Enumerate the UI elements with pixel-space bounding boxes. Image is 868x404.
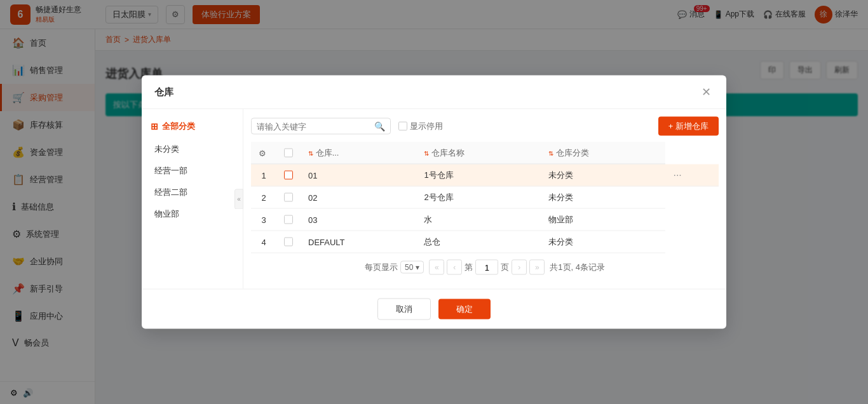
page-size-select: 每页显示 50 ▾ bbox=[365, 261, 424, 274]
pagination: 每页显示 50 ▾ « ‹ 第 页 › » 共1页, 4条记录 bbox=[251, 253, 719, 281]
row-category: 未分类 bbox=[541, 164, 665, 186]
sort-icon-name: ⇅ bbox=[424, 150, 429, 157]
row-code: 01 bbox=[301, 164, 416, 186]
row-index: 2 bbox=[251, 186, 276, 208]
category-item-unclassified[interactable]: 未分类 bbox=[142, 138, 243, 160]
category-item-ops1[interactable]: 经营一部 bbox=[142, 160, 243, 182]
show-disabled-label[interactable]: 显示停用 bbox=[398, 121, 443, 132]
page-label: 第 bbox=[465, 262, 473, 273]
search-input[interactable] bbox=[257, 121, 374, 131]
row-index: 3 bbox=[251, 208, 276, 231]
per-page-value: 50 bbox=[405, 263, 413, 272]
sort-icon-code: ⇅ bbox=[308, 150, 313, 157]
warehouse-dialog: 仓库 ✕ ⊞ 全部分类 未分类 经营一部 经营二部 物业部 « 🔍 bbox=[142, 76, 726, 329]
per-page-label: 每页显示 bbox=[365, 262, 398, 273]
row-category: 未分类 bbox=[541, 231, 665, 253]
dialog-title: 仓库 bbox=[154, 86, 173, 98]
per-page-selector[interactable]: 50 ▾ bbox=[400, 261, 424, 274]
row-category: 物业部 bbox=[541, 208, 665, 231]
page-unit: 页 bbox=[501, 262, 509, 273]
row-name: 2号仓库 bbox=[416, 186, 541, 208]
th-code-label: 仓库... bbox=[316, 148, 339, 158]
row-more-button[interactable]: ··· bbox=[673, 169, 681, 180]
total-records: 共1页, 4条记录 bbox=[550, 262, 605, 273]
search-box: 🔍 bbox=[251, 118, 391, 135]
table-panel: 🔍 显示停用 + 新增仓库 ⚙ ⇅ 仓库... bbox=[243, 109, 726, 289]
row-code: DEFAULT bbox=[301, 231, 416, 253]
row-index: 1 bbox=[251, 164, 276, 186]
dialog-body: ⊞ 全部分类 未分类 经营一部 经营二部 物业部 « 🔍 显示停用 bbox=[142, 109, 726, 289]
row-checkbox[interactable] bbox=[276, 231, 301, 253]
category-panel: ⊞ 全部分类 未分类 经营一部 经营二部 物业部 « bbox=[142, 109, 243, 289]
row-name: 水 bbox=[416, 208, 541, 231]
table-toolbar: 🔍 显示停用 + 新增仓库 bbox=[251, 117, 719, 136]
category-item-property[interactable]: 物业部 bbox=[142, 203, 243, 225]
th-warehouse-category: ⇅ 仓库分类 bbox=[541, 142, 665, 165]
category-collapse-button[interactable]: « bbox=[234, 189, 243, 209]
next-page-button[interactable]: › bbox=[512, 260, 527, 275]
sort-icon-category: ⇅ bbox=[548, 150, 553, 157]
table-row[interactable]: 1 01 1号仓库 未分类 ··· bbox=[251, 164, 719, 186]
row-category: 未分类 bbox=[541, 186, 665, 208]
th-warehouse-name: ⇅ 仓库名称 bbox=[416, 142, 541, 165]
cancel-button[interactable]: 取消 bbox=[377, 299, 431, 320]
th-category-label: 仓库分类 bbox=[556, 148, 589, 158]
th-checkbox bbox=[276, 142, 301, 165]
page-number-input[interactable] bbox=[475, 260, 498, 275]
first-page-button[interactable]: « bbox=[429, 260, 444, 275]
page-navigation: « ‹ 第 页 › » bbox=[429, 260, 545, 275]
add-warehouse-button[interactable]: + 新增仓库 bbox=[658, 117, 719, 136]
grid-icon: ⊞ bbox=[151, 121, 158, 131]
th-settings: ⚙ bbox=[251, 142, 276, 165]
category-all-label: 全部分类 bbox=[162, 121, 195, 132]
th-warehouse-code: ⇅ 仓库... bbox=[301, 142, 416, 165]
confirm-button[interactable]: 确定 bbox=[438, 299, 491, 320]
dialog-header: 仓库 ✕ bbox=[142, 76, 726, 109]
row-checkbox[interactable] bbox=[276, 208, 301, 231]
show-disabled-checkbox[interactable] bbox=[398, 122, 407, 131]
row-checkbox[interactable] bbox=[276, 164, 301, 186]
table-row[interactable]: 3 03 水 物业部 bbox=[251, 208, 719, 231]
prev-page-button[interactable]: ‹ bbox=[447, 260, 462, 275]
chevron-down-icon-page: ▾ bbox=[416, 263, 419, 272]
last-page-button[interactable]: » bbox=[529, 260, 545, 275]
table-row[interactable]: 2 02 2号仓库 未分类 bbox=[251, 186, 719, 208]
category-item-ops2[interactable]: 经营二部 bbox=[142, 182, 243, 203]
dialog-footer: 取消 确定 bbox=[142, 289, 726, 329]
row-name: 总仓 bbox=[416, 231, 541, 253]
warehouse-table: ⚙ ⇅ 仓库... ⇅ 仓库名称 ⇅ 仓库分类 bbox=[251, 142, 719, 253]
row-index: 4 bbox=[251, 231, 276, 253]
search-icon[interactable]: 🔍 bbox=[374, 121, 385, 131]
show-disabled-text: 显示停用 bbox=[410, 121, 443, 132]
row-code: 03 bbox=[301, 208, 416, 231]
th-name-label: 仓库名称 bbox=[431, 148, 465, 158]
table-row[interactable]: 4 DEFAULT 总仓 未分类 bbox=[251, 231, 719, 253]
category-all[interactable]: ⊞ 全部分类 bbox=[142, 117, 243, 138]
row-checkbox[interactable] bbox=[276, 186, 301, 208]
dialog-close-button[interactable]: ✕ bbox=[698, 84, 714, 100]
row-code: 02 bbox=[301, 186, 416, 208]
row-name: 1号仓库 bbox=[416, 164, 541, 186]
